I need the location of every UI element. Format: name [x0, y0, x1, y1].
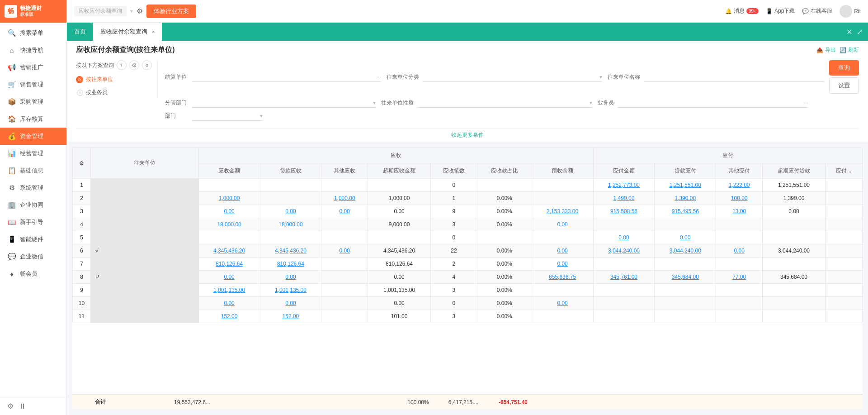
table-settings-icon[interactable]: ⚙: [79, 160, 84, 167]
add-scheme-btn[interactable]: +: [117, 60, 127, 70]
table-cell[interactable]: 810,126.64: [198, 258, 260, 271]
user-item[interactable]: Rit: [840, 5, 861, 18]
tab-current[interactable]: 应收应付余额查询 ×: [93, 23, 162, 41]
table-cell[interactable]: 655,636.75: [532, 271, 593, 284]
tab-expand-icon[interactable]: ⤢: [857, 28, 863, 36]
refresh-button[interactable]: 🔄 刷新: [840, 46, 859, 54]
table-cell[interactable]: 0.00: [198, 271, 260, 284]
collapse-icon[interactable]: ⏸: [19, 402, 26, 410]
table-cell[interactable]: 0.00: [593, 231, 655, 244]
table-cell: [321, 271, 368, 284]
sidebar-item-wechat[interactable]: 💬企业微信: [0, 248, 66, 265]
table-cell[interactable]: 1,252,773.00: [593, 179, 655, 192]
table-cell[interactable]: 915,508.56: [593, 205, 655, 218]
promo-button[interactable]: 体验行业方案: [146, 5, 196, 18]
tab-close-icon[interactable]: ×: [152, 29, 155, 34]
partner-nature-wrap[interactable]: ▾: [417, 98, 592, 108]
table-cell[interactable]: 18,000.00: [260, 218, 321, 231]
online-service-item[interactable]: 💬 在线客服: [802, 7, 832, 15]
sidebar-item-sales[interactable]: 🛒销售管理: [0, 76, 66, 93]
table-cell[interactable]: 13.00: [716, 205, 763, 218]
settlement-input[interactable]: [192, 74, 377, 80]
partner-name-input[interactable]: [644, 74, 824, 80]
dept-input[interactable]: [192, 113, 260, 119]
table-cell[interactable]: 1,490.00: [593, 192, 655, 205]
table-cell[interactable]: 4,345,436.20: [198, 244, 260, 258]
tab-home[interactable]: 首页: [67, 23, 93, 41]
sidebar-item-member[interactable]: ♦畅会员: [0, 265, 66, 282]
table-cell[interactable]: 0.00: [532, 218, 593, 231]
table-cell[interactable]: 1,001,135.00: [260, 284, 321, 297]
setting-button[interactable]: 设置: [829, 77, 859, 94]
sidebar-item-marketing[interactable]: 📢营销推广: [0, 59, 66, 76]
sidebar-item-nav[interactable]: ⌂快捷导航: [0, 42, 66, 59]
table-cell[interactable]: 100.00: [716, 192, 763, 205]
partner-cat-wrap[interactable]: ▾: [423, 72, 603, 82]
export-button[interactable]: 📤 导出: [816, 46, 836, 54]
salesperson-wrap[interactable]: ···: [618, 98, 808, 108]
scheme-staff[interactable]: ○ 按业务员: [76, 87, 152, 98]
table-cell[interactable]: 0.00: [260, 271, 321, 284]
table-cell[interactable]: 1,390.00: [655, 192, 716, 205]
sidebar-item-basic[interactable]: 📋基础信息: [0, 162, 66, 179]
salesperson-input[interactable]: [618, 100, 804, 106]
scheme-settings-btn[interactable]: ⊙: [129, 60, 139, 70]
query-button[interactable]: 查询: [829, 60, 859, 76]
sidebar-item-purchase[interactable]: 📦采购管理: [0, 93, 66, 110]
header-gear-icon[interactable]: ⚙: [137, 7, 143, 15]
notice-item[interactable]: 🔔 消息 99+: [725, 7, 759, 15]
table-cell[interactable]: 0.00: [655, 231, 716, 244]
table-cell[interactable]: 152.00: [198, 310, 260, 323]
table-cell[interactable]: 345,761.00: [593, 271, 655, 284]
table-cell[interactable]: 1,001,135.00: [198, 284, 260, 297]
table-cell[interactable]: 0.00: [260, 297, 321, 310]
sidebar-item-guide[interactable]: 📖新手引导: [0, 214, 66, 231]
dept-head-input[interactable]: [192, 100, 373, 106]
sidebar-item-hardware[interactable]: 📱智能硬件: [0, 231, 66, 248]
table-cell[interactable]: 915,495.56: [655, 205, 716, 218]
table-cell[interactable]: 0.00: [532, 258, 593, 271]
table-cell[interactable]: 152.00: [260, 310, 321, 323]
partner-name-wrap[interactable]: [644, 72, 824, 82]
table-cell[interactable]: 0.00: [321, 244, 368, 258]
table-cell[interactable]: 0.00: [198, 297, 260, 310]
settings-icon[interactable]: ⚙: [7, 402, 14, 410]
table-cell[interactable]: 0.00: [198, 205, 260, 218]
table-cell[interactable]: 3,044,240.00: [593, 244, 655, 258]
table-cell[interactable]: 810,126.64: [260, 258, 321, 271]
filter-row-3: 部门 ▾: [165, 111, 859, 121]
dept-wrap[interactable]: ▾: [192, 111, 263, 121]
table-cell[interactable]: 0.00: [716, 244, 763, 258]
table-cell[interactable]: 345,684.00: [655, 271, 716, 284]
table-cell[interactable]: 1,000.00: [321, 192, 368, 205]
table-cell[interactable]: 77.00: [716, 271, 763, 284]
scheme-unit[interactable]: ⊙ 按往来单位: [76, 74, 152, 85]
sidebar-item-operations[interactable]: 📊经营管理: [0, 145, 66, 162]
table-cell[interactable]: 1,222.00: [716, 179, 763, 192]
table-cell[interactable]: 1,251,551.00: [655, 179, 716, 192]
table-cell[interactable]: 0.00: [532, 297, 593, 310]
scheme-collapse-btn[interactable]: «: [142, 60, 152, 70]
sidebar-item-search[interactable]: 🔍搜索菜单: [0, 24, 66, 42]
partner-nature-input[interactable]: [417, 100, 589, 106]
th-settings[interactable]: ⚙: [73, 148, 91, 179]
settlement-input-wrap[interactable]: ···: [192, 72, 381, 82]
collapse-button[interactable]: 收起更多条件: [451, 131, 484, 139]
tab-window-close-icon[interactable]: ✕: [846, 28, 852, 36]
dept-head-wrap[interactable]: ▾: [192, 98, 376, 108]
partner-cat-input[interactable]: [423, 74, 600, 80]
sidebar-item-inventory[interactable]: 🏠库存核算: [0, 110, 66, 128]
table-cell[interactable]: 4,345,436.20: [260, 244, 321, 258]
table-cell[interactable]: 0.00: [260, 205, 321, 218]
table-cell[interactable]: 18,000.00: [198, 218, 260, 231]
data-table-wrap[interactable]: ⚙ 往来单位 应收 应付 应收金额 贷款应收 其他应收 超期应收金额: [72, 148, 863, 394]
sidebar-item-enterprise[interactable]: 🏢企业协同: [0, 196, 66, 214]
table-cell[interactable]: 1,000.00: [198, 192, 260, 205]
sidebar-item-system[interactable]: ⚙系统管理: [0, 179, 66, 196]
table-cell[interactable]: 2,153,333.00: [532, 205, 593, 218]
table-cell[interactable]: 0.00: [532, 244, 593, 258]
table-cell[interactable]: 3,044,240.00: [655, 244, 716, 258]
sidebar-item-finance[interactable]: 💰资金管理: [0, 128, 66, 145]
app-download-item[interactable]: 📱 App下载: [766, 7, 795, 15]
table-cell[interactable]: 0.00: [321, 205, 368, 218]
